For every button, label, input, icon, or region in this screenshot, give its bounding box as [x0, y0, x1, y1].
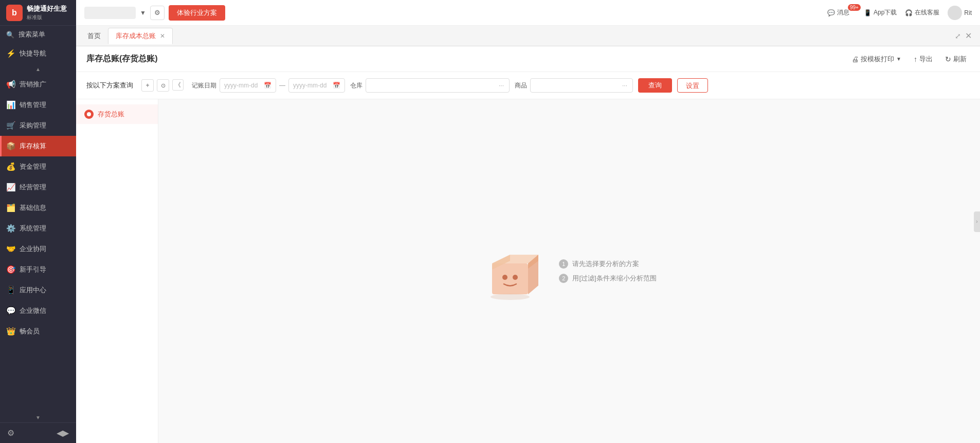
- sidebar-item-marketing[interactable]: 📢 营销推广: [0, 74, 76, 95]
- sidebar-footer: ⚙ ◀▶: [0, 422, 76, 443]
- wechat-icon: 💬: [6, 306, 15, 315]
- product-filter-label: 商品: [515, 81, 527, 90]
- sidebar-item-sales[interactable]: 📊 销售管理: [0, 95, 76, 115]
- sidebar: b 畅捷通好生意 标准版 🔍 搜索菜单 ⚡ 快捷导航 ▲ 📢 营销推广 📊 销售…: [0, 0, 76, 443]
- sidebar-item-operation[interactable]: 📈 经营管理: [0, 177, 76, 198]
- user-profile-button[interactable]: Rit: [948, 6, 972, 20]
- content-area: 存货总账: [76, 99, 980, 443]
- sidebar-item-wechat[interactable]: 💬 企业微信: [0, 300, 76, 321]
- empty-hint-1: 1 请先选择要分析的方案: [559, 259, 656, 269]
- page-header: 库存总账(存货总账) 🖨 按模板打印 ▼ ↑ 导出 ↻ 刷新: [76, 46, 980, 72]
- appcenter-icon: 📱: [6, 286, 15, 295]
- date-start-input[interactable]: yyyy-mm-dd 📅: [220, 78, 276, 93]
- empty-box-svg: [482, 240, 543, 302]
- product-filter-group: 商品 ···: [515, 78, 633, 93]
- search-menu-button[interactable]: 🔍 搜索菜单: [0, 26, 76, 43]
- user-avatar: [948, 6, 962, 20]
- scheme-item-icon: [84, 110, 94, 119]
- svg-point-2: [502, 275, 507, 280]
- hint-num-1: 1: [559, 259, 568, 269]
- print-icon: 🖨: [851, 55, 859, 63]
- date-separator: —: [279, 82, 285, 89]
- sidebar-item-quicknav[interactable]: ⚡ 快捷导航: [0, 43, 76, 64]
- warehouse-input[interactable]: ···: [366, 78, 510, 93]
- message-badge: 99+: [848, 4, 861, 11]
- tab-bar: 首页 库存成本总账 ✕ ⤢ ✕: [76, 26, 980, 46]
- message-button[interactable]: 💬 消息 99+: [827, 8, 856, 17]
- sidebar-nav: 📢 营销推广 📊 销售管理 🛒 采购管理 📦 库存核算 💰 资金管理 📈 经营管…: [0, 74, 76, 412]
- search-icon: 🔍: [6, 31, 14, 39]
- logo-text: 畅捷通好生意 标准版: [27, 4, 67, 21]
- headset-icon: 🎧: [905, 9, 913, 16]
- top-bar-left: ▼ ⚙ 体验行业方案: [84, 5, 821, 21]
- main-content: ▼ ⚙ 体验行业方案 💬 消息 99+ 📱 App下载 🎧 在线客服 Rit: [76, 0, 980, 443]
- settings-icon-button[interactable]: ⚙: [150, 6, 165, 20]
- print-button[interactable]: 🖨 按模板打印 ▼: [848, 52, 904, 66]
- sidebar-item-enterprise[interactable]: 🤝 企业协同: [0, 239, 76, 259]
- filter-label: 按以下方案查询: [86, 81, 133, 90]
- svg-rect-1: [492, 263, 528, 294]
- edit-filter-button[interactable]: ⊙: [157, 79, 169, 92]
- page-header-actions: 🖨 按模板打印 ▼ ↑ 导出 ↻ 刷新: [848, 52, 970, 66]
- svg-point-3: [513, 275, 518, 280]
- scroll-down-arrow[interactable]: ▼: [0, 412, 76, 422]
- online-service-button[interactable]: 🎧 在线客服: [905, 8, 939, 17]
- sidebar-item-system[interactable]: ⚙️ 系统管理: [0, 218, 76, 239]
- sidebar-item-purchase[interactable]: 🛒 采购管理: [0, 115, 76, 136]
- marketing-icon: 📢: [6, 80, 15, 89]
- export-icon: ↑: [914, 55, 917, 63]
- quicknav-icon: ⚡: [6, 49, 15, 58]
- svg-point-4: [491, 294, 530, 300]
- sidebar-item-appcenter[interactable]: 📱 应用中心: [0, 280, 76, 300]
- breadcrumb-input: [84, 7, 136, 19]
- scroll-up-arrow[interactable]: ▲: [0, 64, 76, 74]
- app-download-button[interactable]: 📱 App下载: [864, 8, 897, 17]
- close-window-icon[interactable]: ✕: [965, 31, 972, 41]
- add-filter-button[interactable]: +: [141, 79, 154, 92]
- sidebar-item-guide[interactable]: 🎯 新手引导: [0, 259, 76, 280]
- tab-home[interactable]: 首页: [80, 28, 108, 44]
- inventory-icon: 📦: [6, 141, 15, 151]
- empty-hints: 1 请先选择要分析的方案 2 用[过滤]条件来缩小分析范围: [559, 259, 656, 283]
- svg-point-0: [87, 112, 91, 116]
- basic-icon: 🗂️: [6, 203, 15, 212]
- scheme-item-inventory-ledger[interactable]: 存货总账: [76, 104, 158, 124]
- operation-icon: 📈: [6, 183, 15, 192]
- sidebar-item-inventory[interactable]: 📦 库存核算: [0, 136, 76, 156]
- refresh-button[interactable]: ↻ 刷新: [942, 52, 970, 66]
- app-logo: b 畅捷通好生意 标准版: [0, 0, 76, 26]
- breadcrumb-dropdown-icon[interactable]: ▼: [140, 9, 146, 16]
- empty-hint-2: 2 用[过滤]条件来缩小分析范围: [559, 274, 656, 283]
- tab-inventory-ledger[interactable]: 库存成本总账 ✕: [108, 28, 173, 44]
- industry-solution-button[interactable]: 体验行业方案: [169, 5, 225, 21]
- collapse-sidebar-button[interactable]: ◀▶: [57, 428, 69, 438]
- date-end-input[interactable]: yyyy-mm-dd 📅: [288, 78, 345, 93]
- query-button[interactable]: 查询: [638, 78, 672, 93]
- warehouse-more-icon: ···: [499, 82, 504, 89]
- export-button[interactable]: ↑ 导出: [911, 52, 936, 66]
- maximize-icon[interactable]: ⤢: [955, 32, 961, 40]
- filter-inputs: 记账日期 yyyy-mm-dd 📅 — yyyy-mm-dd 📅 仓库 ···: [192, 78, 970, 93]
- settings-footer-button[interactable]: ⚙: [7, 428, 14, 438]
- logo-icon: b: [6, 5, 23, 21]
- purchase-icon: 🛒: [6, 121, 15, 130]
- filter-actions: + ⊙ 《: [141, 79, 184, 92]
- finance-icon: 💰: [6, 162, 15, 171]
- print-dropdown-icon[interactable]: ▼: [896, 56, 901, 62]
- sidebar-item-finance[interactable]: 💰 资金管理: [0, 156, 76, 177]
- scheme-sidebar: 存货总账: [76, 99, 158, 443]
- sidebar-item-basic[interactable]: 🗂️ 基础信息: [0, 198, 76, 218]
- sidebar-item-member[interactable]: 👑 畅会员: [0, 321, 76, 342]
- guide-icon: 🎯: [6, 265, 15, 274]
- product-input[interactable]: ···: [530, 78, 633, 93]
- collapse-filter-button[interactable]: 《: [172, 79, 184, 91]
- right-edge-expand-button[interactable]: ›: [974, 211, 980, 232]
- member-icon: 👑: [6, 327, 15, 336]
- filter-settings-button[interactable]: 设置: [677, 78, 708, 93]
- system-icon: ⚙️: [6, 224, 15, 233]
- calendar-end-icon: 📅: [333, 82, 340, 89]
- tab-close-icon[interactable]: ✕: [160, 32, 165, 40]
- date-filter-group: 记账日期 yyyy-mm-dd 📅 — yyyy-mm-dd 📅: [192, 78, 345, 93]
- sales-icon: 📊: [6, 100, 15, 110]
- empty-state: 1 请先选择要分析的方案 2 用[过滤]条件来缩小分析范围: [482, 240, 656, 302]
